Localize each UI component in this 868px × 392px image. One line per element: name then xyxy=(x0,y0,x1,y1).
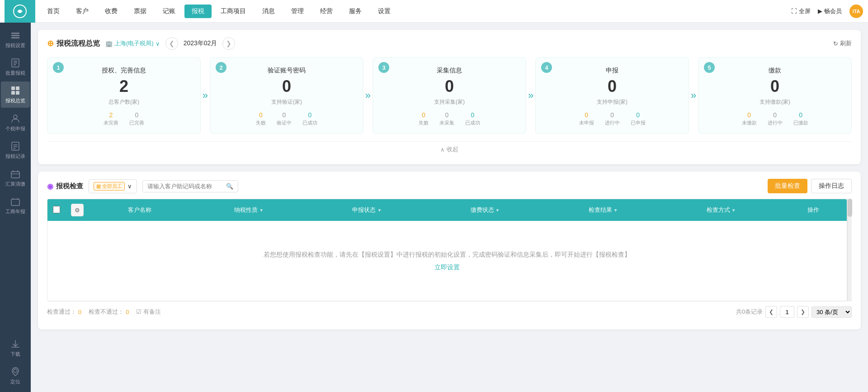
sidebar-label: 汇算清缴 xyxy=(5,181,25,187)
nav-settings[interactable]: 设置 xyxy=(371,5,398,18)
nav-operation[interactable]: 经营 xyxy=(313,5,340,18)
stat-complete: 0 已完善 xyxy=(129,111,144,126)
step-5-title: 缴款 xyxy=(706,67,844,75)
step-1-card: 1 授权、完善信息 2 总客户数(家) 2 未完善 0 已完善 xyxy=(47,57,201,134)
settings-header: ⚙ xyxy=(66,199,89,221)
filter-icon[interactable]: ▼ xyxy=(613,208,618,213)
nav-message[interactable]: 消息 xyxy=(255,5,282,18)
fullscreen-button[interactable]: ⛶ 全屏 xyxy=(791,7,811,15)
table-head: ⚙ 客户名称 纳税性质 ▼ xyxy=(47,199,847,221)
nav-accounting[interactable]: 记账 xyxy=(156,5,183,18)
sidebar-label: 报税总览 xyxy=(5,98,25,104)
svg-rect-5 xyxy=(11,37,19,38)
sidebar-label: 工商年报 xyxy=(5,209,25,215)
nav-client[interactable]: 客户 xyxy=(69,5,96,18)
table-footer: 检查通过： 0 检查不通过： 0 ☑ 有备注 共0条记录 ❮ ❯ 30 条/页 xyxy=(47,301,852,322)
svg-rect-11 xyxy=(16,86,19,90)
table-body: 若您想使用报税检查功能，请先在【报税设置】中进行报税的初始化设置，完成密码验证和… xyxy=(47,221,847,301)
empty-message: 若您想使用报税检查功能，请先在【报税设置】中进行报税的初始化设置，完成密码验证和… xyxy=(62,248,832,261)
svg-rect-12 xyxy=(11,91,15,95)
sidebar-item-batch-tax[interactable]: 批量报税 xyxy=(1,54,30,80)
filter-icon[interactable]: ▼ xyxy=(495,208,500,213)
nav-fee[interactable]: 收费 xyxy=(98,5,125,18)
step-3-card: 3 采集信息 0 支持采集(家) 0 失败 0 未采集 xyxy=(373,57,526,134)
svg-point-19 xyxy=(14,369,17,373)
download-icon xyxy=(10,339,21,349)
prev-page-button[interactable]: ❮ xyxy=(765,306,777,318)
not-complete-value: 2 xyxy=(109,111,113,119)
select-all-checkbox[interactable] xyxy=(53,206,60,213)
sidebar-item-location[interactable]: 定位 xyxy=(1,363,30,388)
step-1-count: 2 xyxy=(55,78,193,95)
search-input[interactable] xyxy=(147,183,223,190)
empty-state-row: 若您想使用报税检查功能，请先在【报税设置】中进行报税的初始化设置，完成密码验证和… xyxy=(47,221,847,301)
sidebar-item-download[interactable]: 下载 xyxy=(1,335,30,361)
sidebar-item-tax-record[interactable]: 报税记录 xyxy=(1,137,30,163)
nav-management[interactable]: 管理 xyxy=(284,5,311,18)
panel-title: ⊕ 报税流程总览 xyxy=(47,38,100,48)
step-2-card: 2 验证账号密码 0 支持验证(家) 0 失败 0 验证中 xyxy=(210,57,363,134)
tax-settings-icon xyxy=(10,30,21,41)
customer-name-header: 客户名称 xyxy=(89,199,190,221)
operation-log-button[interactable]: 操作日志 xyxy=(811,179,852,193)
table-settings-icon[interactable]: ⚙ xyxy=(71,204,84,216)
stat-verifying: 0 验证中 xyxy=(277,111,292,126)
refresh-button[interactable]: ↻ 刷新 xyxy=(833,39,852,48)
tax-overview-icon xyxy=(10,85,21,96)
header-actions: 批量检查 操作日志 xyxy=(768,179,852,193)
search-icon[interactable]: 🔍 xyxy=(226,183,233,190)
check-fail-value[interactable]: 0 xyxy=(126,309,129,316)
avatar[interactable]: iTA xyxy=(849,4,863,19)
sidebar-label: 下载 xyxy=(10,351,20,357)
scrollbar[interactable] xyxy=(847,199,852,301)
location-selector[interactable]: 🏢 上海(电子税局) ∨ xyxy=(105,39,160,48)
step-2-desc: 支持验证(家) xyxy=(217,98,356,106)
has-note-label: ☑ 有备注 xyxy=(136,308,161,316)
nav-invoice[interactable]: 票据 xyxy=(127,5,154,18)
sidebar-item-tax-overview[interactable]: 报税总览 xyxy=(1,81,30,107)
svg-rect-13 xyxy=(16,91,19,95)
svg-point-0 xyxy=(19,10,21,13)
step-1-stats: 2 未完善 0 已完善 xyxy=(55,111,193,126)
next-page-button[interactable]: ❯ xyxy=(797,306,809,318)
nav-home[interactable]: 首页 xyxy=(40,5,67,18)
nav-business[interactable]: 工商项目 xyxy=(213,5,253,18)
next-month-button[interactable]: ❯ xyxy=(222,37,235,50)
setup-link[interactable]: 立即设置 xyxy=(434,263,460,271)
step-number-4: 4 xyxy=(541,62,552,73)
nav-tax[interactable]: 报税 xyxy=(184,5,212,18)
filter-icon[interactable]: ▼ xyxy=(377,208,382,213)
nav-service[interactable]: 服务 xyxy=(342,5,369,18)
prev-month-button[interactable]: ❮ xyxy=(165,37,178,50)
per-page-select[interactable]: 30 条/页 50 条/页 100 条/页 xyxy=(811,306,852,318)
filter-icon[interactable]: ▼ xyxy=(259,208,264,213)
step-3-count: 0 xyxy=(380,78,519,95)
page-number-input[interactable] xyxy=(780,306,794,318)
employee-filter[interactable]: ▦ 全部员工 ∨ xyxy=(89,179,137,193)
svg-rect-15 xyxy=(12,142,19,150)
step-3-title: 采集信息 xyxy=(380,67,519,75)
step-number-2: 2 xyxy=(216,62,226,73)
main-container: 报税设置 批量报税 报税总览 个税申报 报税记录 xyxy=(0,23,868,392)
batch-check-button[interactable]: 批量检查 xyxy=(768,179,807,193)
sidebar-item-annual-settlement[interactable]: 汇算清缴 xyxy=(1,165,30,191)
member-button[interactable]: ▶ 畅会员 xyxy=(818,7,842,15)
check-pass-value[interactable]: 0 xyxy=(78,309,81,316)
sidebar-label: 批量报税 xyxy=(5,70,25,76)
scroll-thumb[interactable] xyxy=(848,199,852,217)
sidebar-item-personal-tax[interactable]: 个税申报 xyxy=(1,110,30,135)
operation-header: 操作 xyxy=(780,199,847,221)
sidebar-item-tax-settings[interactable]: 报税设置 xyxy=(1,26,30,52)
payment-status-header: 缴费状态 ▼ xyxy=(426,199,544,221)
batch-tax-icon xyxy=(10,57,21,68)
filter-icon[interactable]: ▼ xyxy=(731,208,736,213)
logo-icon xyxy=(12,3,28,19)
panel-header: ⊕ 报税流程总览 🏢 上海(电子税局) ∨ ❮ 2023年02月 ❯ ↻ 刷新 xyxy=(47,37,852,50)
step-5-count: 0 xyxy=(706,78,844,95)
collapse-button[interactable]: ∧ 收起 xyxy=(47,142,852,157)
step-1-title: 授权、完善信息 xyxy=(55,67,193,75)
step-2-title: 验证账号密码 xyxy=(217,67,356,75)
steps-container: 1 授权、完善信息 2 总客户数(家) 2 未完善 0 已完善 xyxy=(47,57,852,134)
sidebar-item-annual-report[interactable]: 工商年报 xyxy=(1,192,30,218)
personal-tax-icon xyxy=(10,113,21,124)
